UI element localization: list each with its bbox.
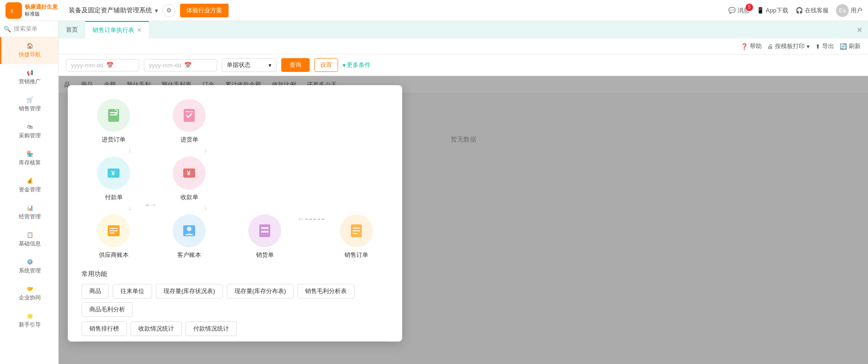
purchase-icon: 🛍 [27, 124, 33, 130]
arrow-down-2: ↓ [203, 144, 207, 157]
order-status-select[interactable]: 单据状态 ▾ [222, 58, 277, 72]
svg-text:6: 6 [11, 8, 14, 13]
help-button[interactable]: ❓ 帮助 [741, 42, 762, 50]
scroll-left-btn[interactable]: ◀ [82, 341, 86, 342]
content-toolbar: ❓ 帮助 🖨 按模板打印 ▾ ⬆ 导出 🔄 刷新 [59, 38, 868, 54]
svg-text:¥: ¥ [187, 169, 191, 177]
function-buttons-row1: 商品 往来单位 现存量(库存状况表) 现存量(库存分布表) 销售毛利分析表 商品… [82, 284, 388, 317]
flow-label-payment: 付款单 [105, 193, 123, 201]
flow-label-sales-order: 销售订单 [344, 251, 368, 259]
settings-gear-button[interactable]: ⚙ [163, 4, 175, 17]
trial-button[interactable]: 体验行业方案 [180, 4, 229, 17]
func-btn-sales-rank[interactable]: 销售排行榜 [82, 321, 127, 336]
sidebar-item-sales[interactable]: 🛒 销售管理 [0, 91, 58, 118]
online-service-button[interactable]: 🎧 在线客服 [796, 6, 829, 15]
tab-sales-order[interactable]: 销售订单执行表 ✕ [85, 21, 149, 38]
sidebar-item-purchase[interactable]: 🛍 采购管理 [0, 118, 58, 145]
sidebar-item-quick-nav[interactable]: 🏠 快捷导航 [0, 37, 58, 64]
common-functions-title: 常用功能 [82, 270, 388, 278]
sidebar-item-enterprise[interactable]: 🤝 企业协同 [0, 280, 58, 307]
func-btn-contacts[interactable]: 往来单位 [113, 284, 152, 299]
modal-overlay[interactable]: 进货订单 ↓ ¥ [59, 76, 868, 364]
flow-node-payment[interactable]: ¥ 付款单 [82, 157, 146, 201]
user-menu[interactable]: Ea 用户 [836, 4, 863, 17]
finance-icon: 💰 [27, 178, 33, 184]
avatar: Ea [836, 4, 849, 17]
func-btn-receipt-stats[interactable]: 收款情况统计 [131, 321, 182, 336]
sidebar-item-operations[interactable]: 📊 经营管理 [0, 199, 58, 226]
top-bar-right: 💬 消息 5 📱 App下载 🎧 在线客服 Ea 用户 [728, 4, 863, 17]
flow-label-purchase-order: 进货订单 [102, 136, 126, 144]
main-area: 🔍 搜索菜单 🏠 快捷导航 📢 营销推广 🛒 销售管理 🛍 采购管理 🏪 [0, 21, 868, 364]
export-icon: ⬆ [815, 43, 820, 50]
svg-rect-18 [261, 227, 268, 229]
flow-node-customer[interactable]: 客户账本 [157, 214, 221, 259]
system-dropdown-icon[interactable]: ▾ [155, 7, 158, 14]
sidebar-item-marketing[interactable]: 📢 营销推广 [0, 64, 58, 91]
expand-icon: ▾ [343, 62, 346, 69]
app-wrapper: 6 畅康通好生意 标准版 装备及固定资产辅助管理系统 ▾ ⚙ 体验行业方案 💬 … [0, 0, 868, 364]
logo-icon: 6 [5, 2, 22, 19]
flow-label-supplier: 供应商账本 [99, 251, 129, 259]
sales-icon: 🛒 [27, 97, 33, 103]
tab-home[interactable]: 首页 [59, 21, 85, 38]
func-btn-payment-stats[interactable]: 付款情况统计 [186, 321, 237, 336]
message-button[interactable]: 💬 消息 5 [728, 6, 749, 15]
flow-node-sales-order[interactable]: 销售订单 [324, 214, 388, 259]
operations-icon: 📊 [27, 205, 33, 211]
top-bar: 6 畅康通好生意 标准版 装备及固定资产辅助管理系统 ▾ ⚙ 体验行业方案 💬 … [0, 0, 868, 21]
tab-close-button[interactable]: ✕ [137, 27, 142, 33]
modal-scrollbar[interactable]: ◀ ▶ [82, 341, 388, 342]
marketing-icon: 📢 [27, 70, 33, 76]
flow-node-sales-bill[interactable]: 销货单 [233, 214, 297, 259]
sidebar: 🔍 搜索菜单 🏠 快捷导航 📢 营销推广 🛒 销售管理 🛍 采购管理 🏪 [0, 21, 59, 364]
svg-text:¥: ¥ [111, 169, 115, 177]
app-download-button[interactable]: 📱 App下载 [757, 6, 788, 15]
sidebar-item-inventory[interactable]: 🏪 库存核算 [0, 145, 58, 172]
func-btn-stock-dist[interactable]: 现存量(库存分布表) [227, 284, 294, 299]
basic-info-icon: 📋 [27, 232, 33, 238]
func-btn-sales-gross[interactable]: 销售毛利分析表 [297, 284, 355, 299]
scroll-right-btn[interactable]: ▶ [384, 341, 388, 342]
flow-node-supplier[interactable]: 供应商账本 [82, 214, 146, 259]
export-button[interactable]: ⬆ 导出 [815, 42, 834, 50]
query-button[interactable]: 查询 [281, 58, 310, 72]
select-dropdown-icon: ▾ [268, 62, 272, 69]
more-conditions-button[interactable]: ▾ 更多条件 [343, 61, 371, 69]
tab-close-all-button[interactable]: ✕ [857, 26, 868, 34]
func-btn-product-gross[interactable]: 商品毛利分析 [82, 302, 133, 317]
flow-node-receipt[interactable]: ¥ 收款单 [157, 157, 221, 201]
enterprise-icon: 🤝 [27, 286, 33, 292]
function-buttons-row2: 销售排行榜 收款情况统计 付款情况统计 [82, 321, 388, 336]
inventory-icon: 🏪 [27, 151, 33, 157]
flow-label-receipt: 收款单 [180, 193, 198, 201]
home-icon: 🏠 [27, 43, 33, 49]
logo-text: 畅康通好生意 标准版 [25, 4, 58, 17]
message-icon: 💬 [728, 7, 736, 14]
system-icon: ⚙️ [27, 259, 33, 265]
arrow-down-4: ↓ [203, 201, 207, 214]
sidebar-item-system[interactable]: ⚙️ 系统管理 [0, 253, 58, 280]
search-menu-button[interactable]: 🔍 搜索菜单 [0, 21, 58, 37]
template-print-button[interactable]: 🖨 按模板打印 ▾ [767, 42, 810, 50]
flow-node-purchase-bill[interactable]: 进货单 [157, 99, 221, 144]
flow-node-purchase-order[interactable]: 进货订单 [82, 99, 146, 144]
arrow-down-1: ↓ [128, 144, 131, 157]
sidebar-item-basic-info[interactable]: 📋 基础信息 [0, 226, 58, 253]
sidebar-item-finance[interactable]: 💰 资金管理 [0, 172, 58, 199]
date-start-input[interactable]: yyyy-mm-dd 📅 [66, 59, 139, 71]
refresh-icon: 🔄 [840, 43, 847, 50]
setting-button[interactable]: 设置 [314, 58, 338, 72]
logo-area: 6 畅康通好生意 标准版 [5, 2, 64, 19]
func-btn-stock-status[interactable]: 现存量(库存状况表) [156, 284, 223, 299]
sidebar-item-guide[interactable]: 🌟 新手引导 [0, 307, 58, 334]
download-icon: 📱 [757, 7, 764, 14]
arrow-down-3: ↓ [128, 201, 131, 214]
tab-bar: 首页 销售订单执行表 ✕ ✕ [59, 21, 868, 38]
filter-bar: yyyy-mm-dd 📅 yyyy-mm-dd 📅 单据状态 ▾ 查询 设置 ▾… [59, 54, 868, 76]
func-btn-product[interactable]: 商品 [82, 284, 109, 299]
refresh-button[interactable]: 🔄 刷新 [840, 42, 861, 50]
content-main: 品 商品 金额 预估毛利 预估毛利率 订金 累计收款金额 收款比例 还差多少天 … [59, 76, 868, 364]
flow-label-purchase-bill: 进货单 [180, 136, 198, 144]
date-end-input[interactable]: yyyy-mm-dd 📅 [144, 59, 217, 71]
